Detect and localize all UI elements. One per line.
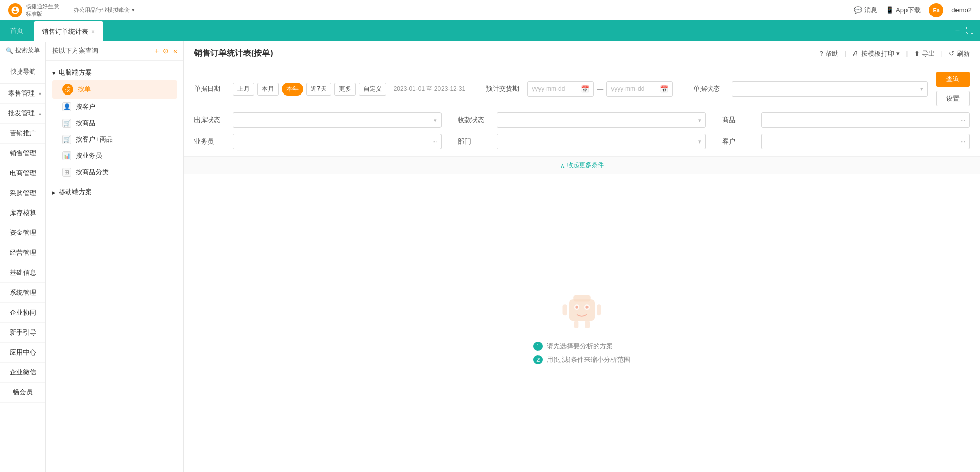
sidebar-item-app-center[interactable]: 应用中心	[0, 343, 45, 363]
mobile-schemes-title[interactable]: ▸ 移动端方案	[52, 184, 177, 200]
edit-scheme-icon[interactable]: ⊙	[163, 46, 169, 55]
sidebar-item-newbie[interactable]: 新手引导	[0, 323, 45, 343]
scheme-item-by-customer-goods[interactable]: 🛒 按客户+商品	[52, 131, 177, 148]
salesperson-label: 业务员	[194, 137, 225, 146]
help-icon: ?	[820, 50, 823, 57]
expected-date-to[interactable]: yyyy-mm-dd 📅	[606, 81, 673, 97]
expected-date-label: 预计交货期	[486, 84, 519, 93]
date-btn-this-year[interactable]: 本年	[282, 83, 303, 96]
pc-schemes-title[interactable]: ▾ 电脑端方案	[52, 65, 177, 80]
department-select[interactable]: ▾	[497, 134, 705, 149]
scheme-icon-by-salesperson: 📊	[62, 151, 71, 160]
scheme-icon-by-goods: 🛒	[62, 119, 71, 128]
empty-state: 1 请先选择要分析的方案 2 用[过滤]条件来缩小分析范围	[184, 174, 980, 472]
svg-rect-6	[563, 304, 567, 315]
search-icon: 🔍	[6, 47, 13, 54]
sidebar-item-enterprise-collab[interactable]: 企业协同	[0, 303, 45, 323]
sidebar-item-inventory[interactable]: 库存核算	[0, 203, 45, 223]
refresh-button[interactable]: ↺ 刷新	[949, 49, 970, 58]
app-download-button[interactable]: 📱 App下载	[886, 6, 921, 15]
tip-num-2: 2	[533, 355, 543, 364]
customer-select[interactable]: ···	[761, 134, 970, 149]
app-download-icon: 📱	[886, 6, 894, 14]
sidebar-item-retail[interactable]: 零售管理 ▾	[0, 84, 45, 104]
scheme-item-by-goods[interactable]: 🛒 按商品	[52, 115, 177, 131]
export-button[interactable]: ⬆ 导出	[914, 49, 935, 58]
svg-point-5	[586, 305, 589, 308]
sidebar-item-sales[interactable]: 销售管理	[0, 144, 45, 163]
mobile-schemes-arrow-icon: ▸	[52, 188, 56, 196]
svg-rect-8	[574, 321, 578, 328]
scheme-section-pc: ▾ 电脑端方案 按 按单 👤 按客户 🛒 按商品 🛒	[46, 61, 183, 204]
sidebar-item-enterprise-wechat[interactable]: 企业微信	[0, 363, 45, 383]
collapse-bar[interactable]: ∧ 收起更多条件	[184, 157, 980, 174]
date-btn-this-month[interactable]: 本月	[257, 83, 279, 96]
print-chevron-icon: ▾	[896, 50, 900, 57]
scheme-icon-by-goods-category: ⊞	[62, 168, 71, 177]
date-btn-last-month[interactable]: 上月	[233, 83, 254, 96]
date-btn-more[interactable]: 更多	[334, 83, 356, 96]
print-button[interactable]: 🖨 按模板打印 ▾	[852, 49, 900, 58]
sidebar-item-marketing[interactable]: 营销推广	[0, 124, 45, 144]
date-label: 单据日期	[194, 84, 225, 93]
tab-close-icon[interactable]: ×	[91, 28, 95, 35]
top-bar: 畅捷通好生意 标准版 办公用品行业模拟账套 ▾ 💬 消息 📱 App下载 Ea …	[0, 0, 980, 20]
goods-select[interactable]: ···	[761, 112, 970, 128]
expected-date-from[interactable]: yyyy-mm-dd 📅	[527, 81, 594, 97]
payment-status-select[interactable]: ▾	[497, 112, 705, 128]
scheme-icon-by-order: 按	[62, 84, 74, 95]
sidebar: 🔍 搜索菜单 快捷导航 零售管理 ▾ 批发管理 ▴ 营销推广 销售管理	[0, 41, 46, 472]
date-btn-custom[interactable]: 自定义	[359, 83, 386, 96]
sidebar-item-finance[interactable]: 资金管理	[0, 223, 45, 243]
sidebar-item-system[interactable]: 系统管理	[0, 283, 45, 303]
sidebar-item-wholesale-arrow: ▴	[39, 111, 41, 116]
tab-bar-right: － ⛶	[953, 26, 980, 36]
help-button[interactable]: ? 帮助	[820, 49, 839, 58]
scheme-item-by-goods-category[interactable]: ⊞ 按商品分类	[52, 164, 177, 180]
sidebar-search[interactable]: 🔍 搜索菜单	[0, 41, 45, 60]
department-chevron-icon: ▾	[698, 138, 701, 145]
calendar-from-icon: 📅	[581, 85, 589, 93]
scheme-icon-by-customer: 👤	[62, 102, 71, 111]
status-chevron-icon: ▾	[920, 86, 923, 92]
avatar: Ea	[929, 3, 943, 17]
payment-status-label: 收款状态	[458, 115, 488, 125]
message-button[interactable]: 💬 消息	[854, 6, 877, 15]
tab-sales-order-stats[interactable]: 销售订单统计表 ×	[34, 21, 103, 42]
query-button[interactable]: 查询	[936, 72, 970, 87]
tab-minimize-icon[interactable]: －	[953, 26, 962, 36]
sidebar-item-purchase[interactable]: 采购管理	[0, 183, 45, 203]
calendar-to-icon: 📅	[660, 85, 668, 93]
filter-row-3: 业务员 ··· 部门 ▾ 客户 ···	[194, 134, 970, 149]
scheme-item-by-customer[interactable]: 👤 按客户	[52, 99, 177, 115]
sidebar-item-operations[interactable]: 经营管理	[0, 243, 45, 263]
tab-home[interactable]: 首页	[0, 20, 34, 41]
delivery-status-select[interactable]: ▾	[233, 112, 442, 128]
sidebar-item-ecommerce[interactable]: 电商管理	[0, 163, 45, 183]
sidebar-item-quick-nav[interactable]: 快捷导航	[3, 64, 43, 79]
logo-area: 畅捷通好生意 标准版	[8, 3, 59, 17]
date-btn-last-7days[interactable]: 近7天	[306, 83, 331, 96]
sidebar-item-member[interactable]: 畅会员	[0, 383, 45, 403]
tab-fullscreen-icon[interactable]: ⛶	[966, 26, 974, 35]
svg-rect-9	[585, 321, 590, 328]
user-name[interactable]: demo2	[951, 6, 972, 14]
empty-illustration	[556, 282, 607, 334]
sidebar-item-basic-info[interactable]: 基础信息	[0, 263, 45, 283]
add-scheme-icon[interactable]: +	[155, 46, 159, 55]
top-bar-right: 💬 消息 📱 App下载 Ea demo2	[854, 3, 972, 17]
empty-tip-1: 1 请先选择要分析的方案	[533, 342, 630, 351]
sidebar-item-retail-arrow: ▾	[39, 91, 41, 97]
status-select[interactable]: ▾	[732, 81, 928, 97]
tab-bar: 首页 销售订单统计表 × － ⛶	[0, 20, 980, 41]
scheme-item-by-order[interactable]: 按 按单	[52, 80, 177, 99]
salesperson-more-icon: ···	[432, 138, 437, 145]
sidebar-item-wholesale[interactable]: 批发管理 ▴	[0, 104, 45, 124]
status-label: 单据状态	[693, 84, 724, 93]
workspace-selector[interactable]: 办公用品行业模拟账套 ▾	[74, 6, 135, 14]
page-header-actions: ? 帮助 | 🖨 按模板打印 ▾ | ⬆ 导出 |	[820, 49, 970, 58]
scheme-item-by-salesperson[interactable]: 📊 按业务员	[52, 148, 177, 164]
settings-button[interactable]: 设置	[936, 91, 970, 106]
salesperson-select[interactable]: ···	[233, 134, 442, 149]
collapse-panel-icon[interactable]: «	[173, 46, 177, 55]
